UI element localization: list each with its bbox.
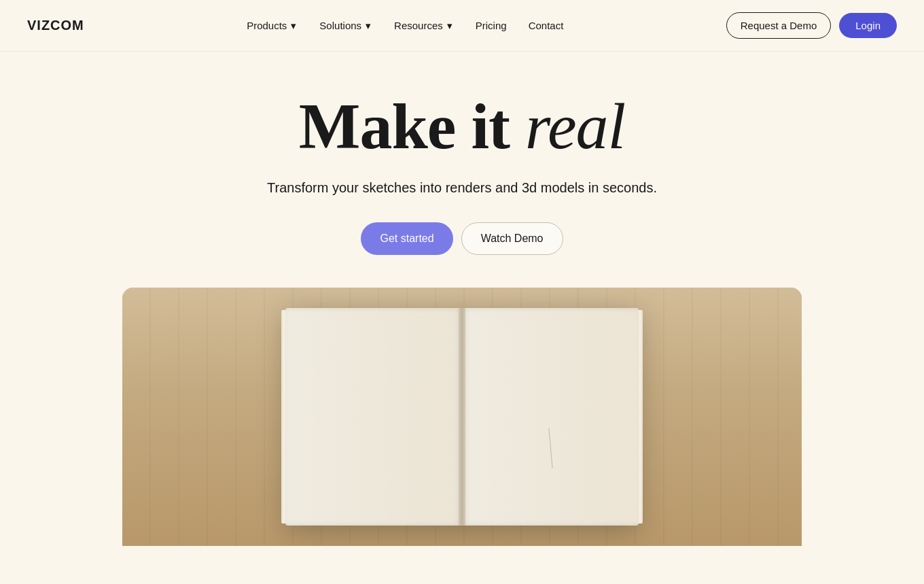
logo[interactable]: VIZCOM — [27, 18, 84, 33]
hero-section: Make it real Transform your sketches int… — [0, 52, 924, 546]
nav-item-solutions[interactable]: Solutions ▾ — [310, 14, 382, 37]
nav-links: Products ▾ Solutions ▾ Resources ▾ Prici… — [237, 14, 573, 37]
chevron-down-icon: ▾ — [446, 22, 454, 30]
page-edge-right — [637, 310, 643, 523]
get-started-button[interactable]: Get started — [361, 222, 452, 255]
nav-item-contact[interactable]: Contact — [519, 14, 573, 37]
notebook-spine — [459, 308, 465, 526]
watch-demo-button[interactable]: Watch Demo — [461, 222, 563, 255]
chevron-down-icon: ▾ — [289, 22, 298, 30]
nav-item-products[interactable]: Products ▾ — [237, 14, 307, 37]
pencil-line — [548, 428, 552, 468]
notebook-scene — [122, 288, 802, 546]
hero-buttons: Get started Watch Demo — [361, 222, 563, 255]
notebook-left-page — [285, 308, 462, 526]
hero-title: Make it real — [299, 92, 625, 161]
chevron-down-icon: ▾ — [364, 22, 372, 30]
request-demo-button[interactable]: Request a Demo — [726, 12, 832, 39]
navbar: VIZCOM Products ▾ Solutions ▾ Resources … — [0, 0, 924, 52]
login-button[interactable]: Login — [839, 13, 897, 38]
notebook — [285, 308, 639, 526]
hero-image — [122, 288, 802, 546]
notebook-right-page — [462, 308, 639, 526]
nav-item-pricing[interactable]: Pricing — [466, 14, 516, 37]
nav-actions: Request a Demo Login — [726, 12, 897, 39]
hero-subtitle: Transform your sketches into renders and… — [267, 177, 657, 198]
nav-item-resources[interactable]: Resources ▾ — [385, 14, 463, 37]
